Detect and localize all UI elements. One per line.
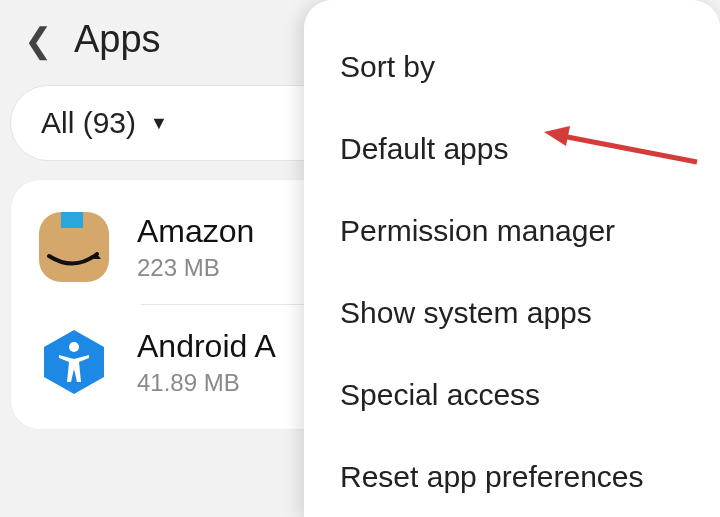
page-title: Apps (74, 18, 161, 61)
app-meta: Amazon 223 MB (137, 213, 254, 282)
app-name: Amazon (137, 213, 254, 250)
menu-item-default-apps[interactable]: Default apps (304, 108, 720, 190)
app-name: Android A (137, 328, 276, 365)
menu-item-permission-mgr[interactable]: Permission manager (304, 190, 720, 272)
svg-point-1 (69, 342, 79, 352)
amazon-icon (39, 212, 109, 282)
app-size: 223 MB (137, 254, 254, 282)
filter-label: All (93) (41, 106, 136, 140)
accessibility-icon (39, 327, 109, 397)
app-size: 41.89 MB (137, 369, 276, 397)
chevron-down-icon: ▼ (150, 113, 168, 134)
app-meta: Android A 41.89 MB (137, 328, 276, 397)
menu-item-reset-prefs[interactable]: Reset app preferences (304, 436, 720, 517)
menu-item-special-access[interactable]: Special access (304, 354, 720, 436)
menu-item-show-system[interactable]: Show system apps (304, 272, 720, 354)
menu-item-sort-by[interactable]: Sort by (304, 26, 720, 108)
overflow-menu: Sort by Default apps Permission manager … (304, 0, 720, 517)
back-icon[interactable]: ❮ (24, 23, 52, 57)
